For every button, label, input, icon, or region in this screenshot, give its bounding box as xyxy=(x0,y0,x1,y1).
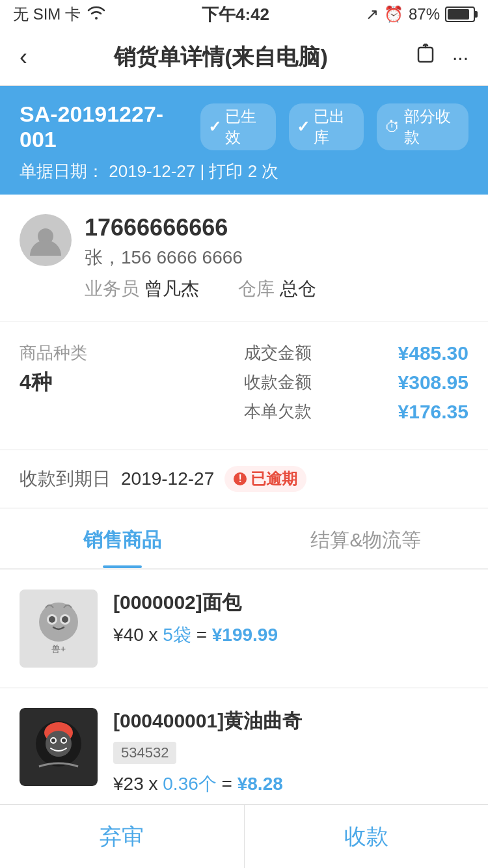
stats-left: 商品种类 4种 xyxy=(20,342,244,397)
svg-point-6 xyxy=(49,616,55,623)
product-total-1: ¥199.99 xyxy=(212,625,278,645)
avatar xyxy=(20,214,72,266)
carrier-label: 无 SIM 卡 xyxy=(13,4,81,25)
svg-point-7 xyxy=(62,616,68,623)
header-banner: SA-20191227-001 已生效 已出库 部分收款 单据日期： 2019-… xyxy=(0,86,488,195)
svg-point-12 xyxy=(46,731,72,757)
list-item: 兽+ [0000002]面包 ¥40 x 5袋 = ¥199.99 xyxy=(0,570,488,687)
page-title: 销货单详情(来自电脑) xyxy=(114,42,328,72)
customer-id: 17666666666 xyxy=(85,214,468,241)
due-section: 收款到期日 2019-12-27 ! 已逾期 xyxy=(0,450,488,508)
svg-point-15 xyxy=(51,739,55,742)
more-icon[interactable]: ··· xyxy=(452,46,468,68)
alarm-icon: ⏰ xyxy=(384,5,403,23)
debt-label: 本单欠款 xyxy=(244,400,312,423)
product-tag-2: 534532 xyxy=(113,742,176,764)
tab-settlement[interactable]: 结算&物流等 xyxy=(244,509,488,568)
header-date-row: 单据日期： 2019-12-27 | 打印 2 次 xyxy=(20,160,468,183)
due-date: 2019-12-27 xyxy=(121,468,214,489)
svg-rect-0 xyxy=(418,47,433,62)
product-list: 兽+ [0000002]面包 ¥40 x 5袋 = ¥199.99 xyxy=(0,570,488,816)
product-thumbnail-2 xyxy=(20,708,98,786)
back-button[interactable]: ‹ xyxy=(20,44,27,71)
collected-row: 收款金额 ¥308.95 xyxy=(244,371,468,394)
cancel-button[interactable]: 弃审 xyxy=(0,805,245,868)
customer-name: 张，156 6666 6666 xyxy=(85,245,468,270)
collected-label: 收款金额 xyxy=(244,371,312,394)
battery-label: 87% xyxy=(409,5,440,23)
nav-bar: ‹ 销货单详情(来自电脑) ··· xyxy=(0,29,488,86)
debt-value: ¥176.35 xyxy=(398,401,468,423)
list-item: [000400001]黄油曲奇 534532 ¥23 x 0.36个 = ¥8.… xyxy=(0,688,488,816)
amount-label: 成交金额 xyxy=(244,342,312,364)
header-row1: SA-20191227-001 已生效 已出库 部分收款 xyxy=(20,102,468,152)
amount-value: ¥485.30 xyxy=(398,342,468,364)
overdue-badge: ! 已逾期 xyxy=(224,466,306,492)
tab-sales-products[interactable]: 销售商品 xyxy=(0,509,244,568)
overdue-icon: ! xyxy=(234,472,247,485)
overdue-label: 已逾期 xyxy=(251,468,297,489)
wifi-icon xyxy=(87,5,105,23)
product-price-1: ¥40 x 5袋 = ¥199.99 xyxy=(113,623,468,647)
product-qty-2: 0.36个 xyxy=(163,774,217,794)
product-qty-1: 5袋 xyxy=(163,625,191,645)
debt-row: 本单欠款 ¥176.35 xyxy=(244,400,468,423)
collected-value: ¥308.95 xyxy=(398,372,468,394)
tab-section: 销售商品 结算&物流等 xyxy=(0,509,488,569)
battery-icon xyxy=(445,7,475,22)
customer-meta: 业务员 曾凡杰 仓库 总仓 xyxy=(85,277,468,301)
status-bar: 无 SIM 卡 下午4:42 ↗ ⏰ 87% xyxy=(0,0,488,29)
order-date: 2019-12-27 xyxy=(109,161,195,181)
product-name-2: [000400001]黄油曲奇 xyxy=(113,708,468,735)
badge-partial: 部分收款 xyxy=(377,103,468,150)
type-label: 商品种类 xyxy=(20,342,244,364)
product-name-1: [0000002]面包 xyxy=(113,590,468,616)
badge-effective: 已生效 xyxy=(200,103,275,150)
product-price-2: ¥23 x 0.36个 = ¥8.28 xyxy=(113,772,468,796)
product-info-1: [0000002]面包 ¥40 x 5袋 = ¥199.99 xyxy=(113,590,468,647)
bottom-bar: 弃审 收款 xyxy=(0,804,488,868)
status-left: 无 SIM 卡 xyxy=(13,4,105,25)
svg-point-3 xyxy=(39,603,78,642)
nav-actions: ··· xyxy=(414,44,468,70)
stats-section: 商品种类 4种 成交金额 ¥485.30 收款金额 ¥308.95 本单欠款 ¥… xyxy=(0,322,488,449)
svg-point-16 xyxy=(62,739,66,742)
status-time: 下午4:42 xyxy=(202,3,269,26)
customer-section: 17666666666 张，156 6666 6666 业务员 曾凡杰 仓库 总… xyxy=(0,195,488,321)
tab-row: 销售商品 结算&物流等 xyxy=(0,509,488,569)
type-value: 4种 xyxy=(20,368,244,397)
check-icon xyxy=(208,118,221,136)
order-id: SA-20191227-001 xyxy=(20,102,187,152)
salesperson-row: 业务员 曾凡杰 xyxy=(85,277,199,301)
due-label: 收款到期日 xyxy=(20,467,111,491)
status-right: ↗ ⏰ 87% xyxy=(366,5,475,23)
warehouse-row: 仓库 总仓 xyxy=(238,277,316,301)
svg-text:兽+: 兽+ xyxy=(51,644,66,654)
customer-info: 17666666666 张，156 6666 6666 业务员 曾凡杰 仓库 总… xyxy=(85,214,468,301)
amount-row: 成交金额 ¥485.30 xyxy=(244,342,468,364)
badge-shipped: 已出库 xyxy=(289,103,364,150)
share-icon[interactable] xyxy=(414,44,437,70)
location-icon: ↗ xyxy=(366,5,379,23)
product-total-2: ¥8.28 xyxy=(237,774,283,794)
confirm-button[interactable]: 收款 xyxy=(245,805,489,868)
product-thumbnail-1: 兽+ xyxy=(20,590,98,668)
check-icon-2 xyxy=(297,118,310,136)
product-info-2: [000400001]黄油曲奇 534532 ¥23 x 0.36个 = ¥8.… xyxy=(113,708,468,796)
stats-right: 成交金额 ¥485.30 收款金额 ¥308.95 本单欠款 ¥176.35 xyxy=(244,342,468,429)
clock-icon xyxy=(385,118,400,136)
